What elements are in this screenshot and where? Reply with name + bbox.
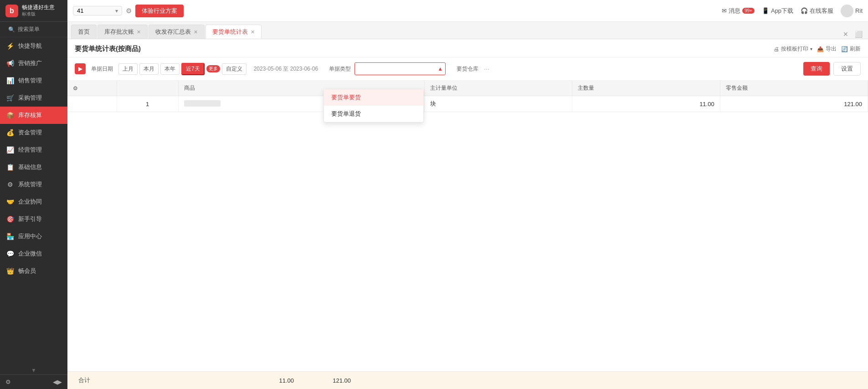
sidebar-item-basic[interactable]: 📋 基础信息 [0,159,67,176]
inventory-label: 库存核算 [18,111,42,119]
dropdown-item-request[interactable]: 要货单要货 [324,89,423,106]
row-amount: 121.00 [720,96,868,112]
setting-button[interactable]: 设置 [833,62,861,76]
marketing-icon: 📢 [5,60,15,67]
footer-label: 合计 [73,376,239,384]
page-actions: 🖨 按模板打印 ▾ 📤 导出 🔄 刷新 [774,45,861,53]
basic-icon: 📋 [5,164,15,171]
tab-receivable-summary[interactable]: 收发存汇总表 ✕ [149,25,205,39]
purchase-label: 采购管理 [18,94,42,102]
appstore-icon: 🏪 [5,233,15,240]
tab-receivable-summary-close[interactable]: ✕ [194,29,198,35]
table-area: ⚙ 商品 主计量单位 主数量 零售金额 1 [67,81,868,371]
print-button[interactable]: 🖨 按模板打印 ▾ [774,45,812,53]
table-row: 1 块 11.00 121.00 [67,96,868,112]
query-button[interactable]: 查询 [803,62,830,76]
sidebar-footer: ⚙ ◀▶ [0,374,67,389]
date-label: 单据日期 [91,65,113,73]
footer-amount: 121.00 [296,377,351,384]
tab-order-stats-close[interactable]: ✕ [251,29,255,35]
sidebar-item-newbie[interactable]: 🎯 新手引导 [0,210,67,228]
inventory-icon: 📦 [5,112,15,119]
sidebar-item-operations[interactable]: 📈 经营管理 [0,141,67,159]
filter-dates: 上月 本月 本年 近7天 更多 自定义 [118,63,247,75]
topbar-dropdown-icon[interactable]: ▾ [115,8,118,14]
app-download-item[interactable]: 📱 App下载 [762,7,793,15]
date-custom[interactable]: 自定义 [222,63,247,75]
messages-label: 消息 [729,7,740,15]
col-header-amount: 零售金额 [720,81,868,96]
print-dropdown-icon: ▾ [810,46,812,51]
purchase-icon: 🛒 [5,94,15,102]
filter-expand-button[interactable]: ▶ [75,63,86,74]
app-version: 标准版 [22,11,55,17]
topbar-input[interactable] [77,7,113,14]
sidebar-item-inventory[interactable]: 📦 库存核算 [0,107,67,124]
sidebar-item-enterprise[interactable]: 🤝 企业协同 [0,193,67,210]
product-placeholder [184,100,221,107]
footer-qty: 11.00 [239,377,294,384]
appstore-label: 应用中心 [18,232,42,241]
collapse-icon[interactable]: ◀▶ [53,379,62,385]
logo-icon: b [5,5,18,17]
table-footer: 合计 11.00 121.00 [67,371,868,389]
enterprise-icon: 🤝 [5,198,15,205]
dropdown-item-return[interactable]: 要货单退货 [324,106,423,122]
topbar-left: ▾ ⚙ 体验行业方案 [73,5,184,17]
tab-home-label: 首页 [78,28,90,36]
row-num: 1 [117,96,178,112]
sidebar-item-finance[interactable]: 💰 资金管理 [0,124,67,141]
sidebar-item-wechat[interactable]: 💬 企业微信 [0,245,67,262]
sidebar-item-quick-nav[interactable]: ⚡ 快捷导航 [0,37,67,55]
type-chevron-icon[interactable]: ▲ [437,66,443,72]
search-menu-label: 搜索菜单 [18,26,40,33]
date-this-year[interactable]: 本年 [160,63,180,75]
tab-order-stats[interactable]: 要货单统计表 ✕ [205,25,262,39]
sidebar-item-purchase[interactable]: 🛒 采购管理 [0,89,67,107]
type-input[interactable] [354,62,446,75]
messages-item[interactable]: ✉ 消息 99+ [722,7,755,15]
sidebar-item-system[interactable]: ⚙ 系统管理 [0,176,67,193]
tab-inventory-batch-close[interactable]: ✕ [137,29,141,35]
gear-icon[interactable]: ⚙ [73,85,78,92]
sidebar-item-member[interactable]: 👑 畅会员 [0,262,67,280]
user-profile-item[interactable]: Rit [841,5,863,17]
date-last-7-days[interactable]: 近7天 [181,63,205,75]
sidebar-scroll-down[interactable]: ▼ [0,366,67,374]
date-last-month[interactable]: 上月 [118,63,138,75]
sidebar-item-appstore[interactable]: 🏪 应用中心 [0,228,67,245]
finance-icon: 💰 [5,129,15,136]
export-button[interactable]: 📤 导出 [817,45,837,53]
system-label: 系统管理 [18,180,42,189]
operations-icon: 📈 [5,146,15,154]
refresh-button[interactable]: 🔄 刷新 [841,45,861,53]
tab-inventory-batch[interactable]: 库存批次账 ✕ [98,25,148,39]
row-qty: 11.00 [572,96,720,112]
quick-nav-icon: ⚡ [5,42,15,50]
warehouse-dots[interactable]: ··· [484,65,489,72]
topbar-gear-icon[interactable]: ⚙ [126,7,132,15]
user-avatar [841,5,853,17]
app-download-label: App下载 [771,7,793,15]
window-maximize-button[interactable]: ⬜ [853,30,864,39]
operations-label: 经营管理 [18,146,42,154]
sales-label: 销售管理 [18,77,42,85]
window-close-button[interactable]: ✕ [841,30,850,39]
date-this-month[interactable]: 本月 [139,63,159,75]
newbie-icon: 🎯 [5,215,15,223]
main-area: ▾ ⚙ 体验行业方案 ✉ 消息 99+ 📱 App下载 🎧 在线客服 Rit [67,0,868,389]
search-menu[interactable]: 🔍 搜索菜单 [0,22,67,37]
data-table: ⚙ 商品 主计量单位 主数量 零售金额 1 [67,81,868,112]
messages-badge: 99+ [742,8,755,14]
sidebar-item-marketing[interactable]: 📢 营销推广 [0,55,67,72]
topbar: ▾ ⚙ 体验行业方案 ✉ 消息 99+ 📱 App下载 🎧 在线客服 Rit [67,0,868,22]
col-header-unit: 主计量单位 [425,81,572,96]
sidebar-item-sales[interactable]: 📊 销售管理 [0,72,67,89]
online-service-item[interactable]: 🎧 在线客服 [801,7,833,15]
app-download-icon: 📱 [762,7,769,14]
date-more-badge[interactable]: 更多 [206,65,220,72]
tab-home[interactable]: 首页 [71,25,97,39]
settings-icon[interactable]: ⚙ [5,379,11,385]
try-industry-button[interactable]: 体验行业方案 [135,5,184,17]
export-icon: 📤 [817,46,824,52]
